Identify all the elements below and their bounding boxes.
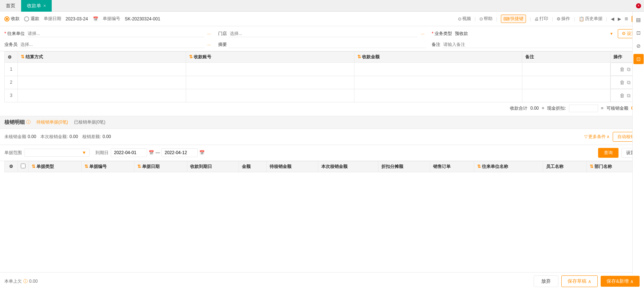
main-content: 收款 退款 单据日期 2023-03-24 📅 单据编号 SK-20230324…: [0, 12, 644, 290]
shop-input[interactable]: [228, 30, 418, 37]
counterpart-more-btn[interactable]: ···: [206, 31, 212, 36]
sidebar-doc-icon[interactable]: ⊡: [633, 28, 644, 38]
col-settings-header[interactable]: ⚙: [5, 52, 18, 63]
row-settlement-1[interactable]: [18, 63, 186, 76]
sidebar-expand-icon[interactable]: ⊡: [633, 54, 644, 64]
verify-info-icon[interactable]: ⓘ: [26, 119, 31, 125]
select-all-checkbox[interactable]: [21, 164, 25, 168]
top-toolbar: 收款 退款 单据日期 2023-03-24 📅 单据编号 SK-20230324…: [0, 12, 644, 26]
row-remark-3[interactable]: [522, 89, 610, 102]
date-to-input[interactable]: [161, 148, 198, 157]
row-settlement-3[interactable]: [18, 89, 186, 102]
tab-home[interactable]: 首页: [0, 0, 21, 12]
row-account-3[interactable]: [186, 89, 354, 102]
plus-sign: +: [542, 106, 544, 111]
btcol-checkbox-header: [18, 161, 29, 172]
staff-more-btn[interactable]: ···: [206, 42, 212, 47]
history-btn[interactable]: 📋 历史单据: [579, 16, 602, 22]
footer-right: 放弃 保存草稿 ∧ 保存&新增 ∧: [534, 275, 640, 287]
window-controls: ×: [636, 3, 644, 8]
tab-receipt[interactable]: 收款单 ×: [21, 0, 52, 12]
filter-right: ▽ 更多条件 ∧ 自动核销: [584, 132, 640, 142]
row-remark-1[interactable]: [522, 63, 610, 76]
win-close-btn[interactable]: ×: [636, 3, 641, 8]
cal-from-icon[interactable]: 📅: [149, 150, 154, 155]
staff-input[interactable]: [19, 41, 204, 48]
calendar-icon[interactable]: 📅: [93, 16, 98, 21]
btcol-dept-header: ⇅ 部门名称: [587, 161, 640, 172]
date-range: 📅 — 📅: [111, 148, 205, 157]
copy-row-3-btn[interactable]: ⧉: [627, 93, 631, 99]
btcol-sales-order-header: 销售订单: [430, 161, 474, 172]
sidebar-attach-icon[interactable]: ⊘: [633, 41, 644, 51]
copy-row-1-btn[interactable]: ⧉: [627, 66, 631, 72]
range-dropdown-icon[interactable]: ▼: [82, 150, 86, 155]
shortcut-btn[interactable]: ⌨ 快捷键: [501, 15, 526, 23]
save-draft-dropdown-icon[interactable]: ∧: [588, 279, 592, 284]
btcol-settings-header[interactable]: ⚙: [5, 161, 18, 172]
running-label: 本单上欠: [4, 278, 22, 285]
tab-pending[interactable]: 待核销单据(0笔): [36, 119, 68, 125]
row-settlement-2[interactable]: [18, 76, 186, 89]
shop-more-btn[interactable]: ···: [419, 31, 426, 36]
tab-done[interactable]: 已核销单据(0笔): [74, 119, 106, 125]
row-amount-3[interactable]: [354, 89, 522, 102]
radio-refund[interactable]: 退款: [24, 16, 39, 22]
date-from-input[interactable]: [111, 148, 147, 157]
sidebar-table-icon[interactable]: ▤: [633, 15, 644, 25]
equals-sign: =: [601, 106, 604, 111]
row-amount-1[interactable]: [354, 63, 522, 76]
summary-input[interactable]: [228, 41, 426, 48]
remark-input[interactable]: [442, 41, 640, 48]
abandon-btn[interactable]: 放弃: [534, 275, 558, 287]
help-btn[interactable]: ⊙ 帮助: [479, 16, 492, 22]
more-conditions-btn[interactable]: ▽ 更多条件 ∧: [584, 134, 610, 140]
num-value: SK-20230324-001: [125, 16, 160, 21]
discount-input[interactable]: [569, 105, 598, 112]
running-info-icon[interactable]: ⓘ: [23, 278, 28, 285]
biz-type-dropdown-icon[interactable]: ▼: [610, 32, 613, 36]
row-num-2: 2: [5, 76, 18, 89]
remark-field: 备注: [432, 41, 640, 48]
row-account-2[interactable]: [186, 76, 354, 89]
row-account-1[interactable]: [186, 63, 354, 76]
table-row: 1 🗑 ⧉: [5, 63, 640, 76]
toolbar-right: ⊙ 视频 | ⊙ 帮助 | ⌨ 快捷键 | 🖨 打印 | ⚙ 操作 | 📋 历史…: [458, 15, 640, 23]
save-draft-btn[interactable]: 保存草稿 ∧: [561, 275, 598, 287]
radio-receipt[interactable]: 收款: [4, 16, 20, 22]
summary-field: 摘要: [218, 41, 426, 48]
search-row: 单据范围 ▼ 到期日 📅 — 📅 查询 设置: [0, 145, 644, 161]
date-value: 2023-03-24: [66, 16, 88, 21]
copy-row-2-btn[interactable]: ⧉: [627, 79, 631, 86]
query-btn[interactable]: 查询: [598, 148, 619, 158]
diff-stat: 核销差额: 0.00: [82, 134, 111, 140]
operation-btn[interactable]: ⚙ 操作: [557, 16, 570, 22]
delete-row-1-btn[interactable]: 🗑: [620, 66, 625, 72]
cal-to-icon[interactable]: 📅: [199, 150, 205, 155]
nav-prev-btn[interactable]: ◀: [611, 16, 614, 21]
tab-close-icon[interactable]: ×: [43, 0, 46, 12]
row-num-1: 1: [5, 63, 18, 76]
delete-row-2-btn[interactable]: 🗑: [620, 79, 625, 85]
delete-row-3-btn[interactable]: 🗑: [620, 93, 625, 98]
running-val: 0.00: [29, 279, 38, 284]
date-dash: —: [156, 150, 160, 155]
list-view-btn[interactable]: ≡: [625, 16, 628, 22]
row-remark-2[interactable]: [522, 76, 610, 89]
form-row-2: 业务员 ··· 摘要 备注: [4, 41, 640, 48]
save-new-dropdown-icon[interactable]: ∧: [630, 279, 634, 284]
radio-receipt-dot: [4, 16, 9, 21]
bottom-table: ⚙ ⇅ 单据类型 ⇅ 单据编号 ⇅ 单据日期 收款到期日 金额 待核销金额 本次…: [4, 161, 640, 172]
counterpart-input[interactable]: [26, 30, 204, 37]
receipt-type-group: 收款 退款: [4, 16, 39, 22]
biz-type-field: * 业务类型 预收款 ▼ ⚙ 设置: [432, 29, 640, 38]
row-amount-2[interactable]: [354, 76, 522, 89]
print-btn[interactable]: 🖨 打印: [534, 16, 548, 22]
table-row: 3 🗑 ⧉: [5, 89, 640, 102]
right-sidebar: ▤ ⊡ ⊘ ⊡: [632, 12, 644, 274]
video-btn[interactable]: ⊙ 视频: [458, 16, 471, 22]
date-label: 单据日期: [44, 16, 61, 22]
save-new-btn[interactable]: 保存&新增 ∧: [601, 276, 640, 287]
col-amount-header: ⇅ 收款金额: [354, 52, 522, 63]
nav-next-btn[interactable]: ▶: [618, 16, 621, 21]
